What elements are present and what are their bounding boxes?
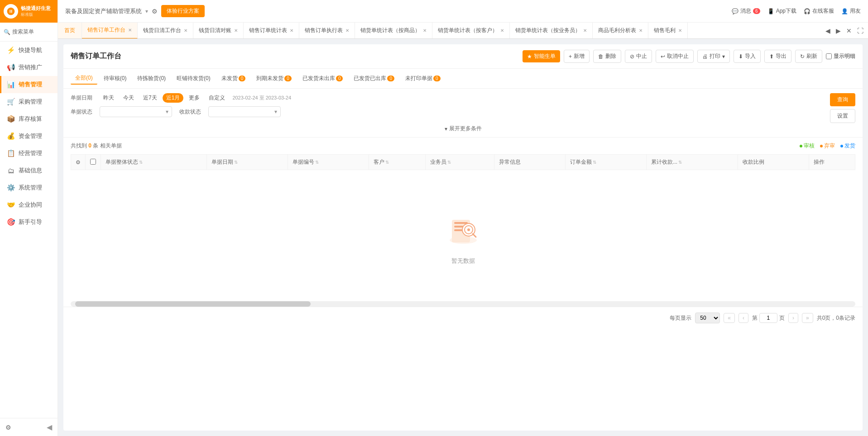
tab-next-button[interactable]: ▶	[834, 26, 843, 35]
batch-revoke-button[interactable]: 弃审	[820, 142, 835, 150]
message-button[interactable]: 💬 消息 6	[732, 7, 760, 15]
app-download-button[interactable]: 📱 App下载	[767, 7, 796, 15]
svg-rect-2	[454, 222, 468, 224]
sort-amount-icon[interactable]: ⇅	[593, 160, 596, 165]
payment-select[interactable]	[208, 106, 281, 117]
cancel-stop-button[interactable]: ↩ 取消中止	[656, 50, 694, 63]
sub-tab-not-shipped[interactable]: 未发货0	[217, 73, 250, 84]
sidebar-item-finance[interactable]: 💰 资金管理	[0, 128, 58, 145]
tab-close-all-button[interactable]: ✕	[844, 26, 854, 35]
tab-sales-workbench[interactable]: 销售订单工作台 ✕	[82, 23, 138, 39]
date-opt-more[interactable]: 更多	[185, 93, 203, 103]
refresh-button[interactable]: ↻ 刷新	[795, 50, 822, 63]
show-detail-input[interactable]	[826, 53, 832, 59]
last-page-button[interactable]: »	[802, 313, 813, 323]
tab-close-sales-exec[interactable]: ✕	[345, 28, 349, 33]
sort-collected-icon[interactable]: ⇅	[678, 160, 682, 165]
th-settings[interactable]: ⚙	[71, 155, 86, 170]
page-number-input[interactable]	[759, 313, 777, 323]
print-button[interactable]: 🖨 打印 ▾	[697, 50, 730, 63]
tab-close-sales-more[interactable]: ✕	[678, 28, 682, 33]
tab-home[interactable]: 首页	[58, 23, 82, 39]
scroll-thumb[interactable]	[75, 301, 311, 307]
sidebar-item-basic-info[interactable]: 🗂 基础信息	[0, 162, 58, 179]
sort-date-icon[interactable]: ⇅	[234, 160, 238, 165]
date-opt-custom[interactable]: 自定义	[205, 93, 229, 103]
tab-sales-exec[interactable]: 销售订单执行表 ✕	[299, 23, 355, 39]
sidebar-item-cooperation[interactable]: 🤝 企业协同	[0, 196, 58, 213]
industry-solution-button[interactable]: 体验行业方案	[161, 5, 205, 17]
sidebar-item-operation[interactable]: 📋 经营管理	[0, 145, 58, 162]
settings-icon[interactable]: ⚙	[5, 424, 11, 431]
batch-audit-button[interactable]: 审核	[800, 142, 815, 150]
page-size-select[interactable]: 50 10 20 100	[695, 313, 720, 323]
import-button[interactable]: ⬇ 导入	[734, 50, 761, 63]
sidebar-item-system[interactable]: ⚙️ 系统管理	[0, 179, 58, 196]
settings-gear-icon[interactable]: ⚙	[152, 8, 158, 15]
sidebar-collapse-icon[interactable]: ◀	[47, 423, 52, 431]
tab-prev-button[interactable]: ◀	[824, 26, 832, 35]
tab-close-sales-workbench[interactable]: ✕	[128, 28, 132, 33]
system-dropdown-icon[interactable]: ▾	[145, 8, 148, 14]
sub-tab-overdue-not-shipped[interactable]: 到期未发货0	[252, 73, 296, 84]
tab-gross-profit[interactable]: 商品毛利分析表 ✕	[593, 23, 648, 39]
th-checkbox[interactable]	[86, 155, 101, 170]
show-detail-checkbox[interactable]: 显示明细	[826, 52, 855, 60]
sidebar-item-purchase[interactable]: 🛒 采购管理	[0, 93, 58, 110]
tab-sales-stat-customer[interactable]: 销货单统计表（按客户） ✕	[432, 23, 510, 39]
search-menu-button[interactable]: 🔍 搜索菜单	[4, 26, 54, 38]
new-button[interactable]: + 新增	[564, 50, 590, 63]
sub-tab-pending-inspect[interactable]: 待拣验货(0)	[133, 73, 170, 84]
select-all-checkbox[interactable]	[90, 159, 96, 165]
tab-fullscreen-button[interactable]: ⛶	[855, 26, 865, 35]
date-opt-yesterday[interactable]: 昨天	[100, 93, 118, 103]
online-service-button[interactable]: 🎧 在线客服	[804, 7, 834, 15]
sub-tab-shipped-not-out[interactable]: 已发货未出库0	[298, 73, 348, 84]
stop-button[interactable]: ⊘ 中止	[625, 50, 652, 63]
batch-ship-button[interactable]: 发货	[840, 142, 855, 150]
tab-cash-reconcile[interactable]: 钱货日清对账 ✕	[193, 23, 244, 39]
tab-close-sales-stats[interactable]: ✕	[290, 28, 293, 33]
sidebar-item-sales[interactable]: 📊 销售管理	[0, 76, 58, 93]
tab-sales-more[interactable]: 销售毛利 ✕	[648, 23, 688, 39]
sort-status-icon[interactable]: ⇅	[139, 160, 143, 165]
date-opt-7days[interactable]: 近7天	[139, 93, 161, 103]
delete-button[interactable]: 🗑 删除	[593, 50, 621, 63]
sort-number-icon[interactable]: ⇅	[315, 160, 319, 165]
sub-tab-not-printed[interactable]: 未打印单据0	[401, 73, 445, 84]
tab-close-stat-product[interactable]: ✕	[423, 28, 427, 33]
export-button[interactable]: ⬆ 导出	[764, 50, 791, 63]
tab-sales-stat-product[interactable]: 销货单统计表（按商品） ✕	[355, 23, 432, 39]
sort-customer-icon[interactable]: ⇅	[385, 160, 389, 165]
status-select[interactable]	[100, 106, 172, 117]
query-button[interactable]: 查询	[830, 93, 855, 106]
sidebar-item-inventory[interactable]: 📦 库存核算	[0, 110, 58, 128]
date-opt-1month[interactable]: 近1月	[163, 93, 184, 103]
user-menu-button[interactable]: 👤 用友	[841, 7, 861, 15]
sidebar-item-guide[interactable]: 🎯 新手引导	[0, 213, 58, 231]
next-page-button[interactable]: ›	[788, 313, 798, 323]
sub-tab-wangpu[interactable]: 旺铺待发货(0)	[172, 73, 215, 84]
date-opt-today[interactable]: 今天	[120, 93, 138, 103]
sidebar-item-marketing[interactable]: 📢 营销推广	[0, 59, 58, 76]
sub-tab-shipped-out[interactable]: 已发货已出库0	[349, 73, 399, 84]
tab-close-cash-reconcile[interactable]: ✕	[234, 28, 238, 33]
sub-tab-pending-review[interactable]: 待审核(0)	[99, 73, 131, 84]
first-page-button[interactable]: «	[724, 313, 735, 323]
tab-cash-daily[interactable]: 钱货日清工作台 ✕	[138, 23, 193, 39]
tab-close-gross-profit[interactable]: ✕	[639, 28, 643, 33]
tab-close-cash-daily[interactable]: ✕	[184, 28, 187, 33]
tab-close-stat-staff[interactable]: ✕	[583, 28, 587, 33]
smart-create-button[interactable]: ★ 智能生单	[523, 50, 560, 62]
horizontal-scrollbar[interactable]	[71, 301, 855, 307]
tab-sales-stats[interactable]: 销售订单统计表 ✕	[244, 23, 299, 39]
prev-page-button[interactable]: ‹	[739, 313, 748, 323]
sidebar-item-quick-nav[interactable]: ⚡ 快捷导航	[0, 42, 58, 59]
sort-staff-icon[interactable]: ⇅	[447, 160, 451, 165]
tab-close-stat-customer[interactable]: ✕	[500, 28, 504, 33]
sub-tab-all[interactable]: 全部(0)	[71, 72, 97, 85]
expand-more-button[interactable]: ▾ 展开更多条件	[445, 125, 482, 133]
tab-sales-stat-staff[interactable]: 销货单统计表（按业务员） ✕	[510, 23, 593, 39]
setting-button[interactable]: 设置	[830, 109, 855, 123]
search-icon: 🔍	[4, 29, 10, 35]
